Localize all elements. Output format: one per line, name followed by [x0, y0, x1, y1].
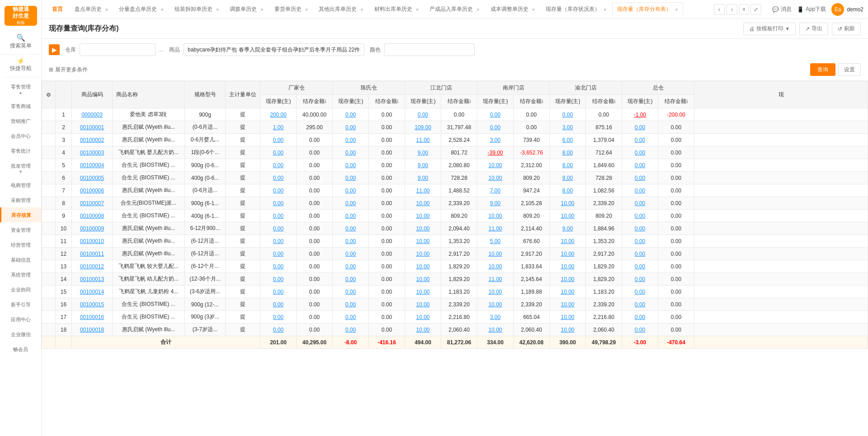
print-button[interactable]: 🖨 按模板打印 ▼: [743, 23, 796, 35]
sidebar-item-apps[interactable]: 应用中心: [0, 312, 41, 327]
name-column-header: 商品名称: [113, 81, 185, 108]
close-icon[interactable]: ×: [360, 7, 363, 12]
tab-stock-status[interactable]: 现存量（库存状况表） ×: [541, 2, 611, 17]
tab-inventory-count[interactable]: 盘点单历史 ×: [70, 2, 113, 17]
sidebar-item-search[interactable]: 🔍 搜索英单: [0, 31, 41, 55]
jiangbei-balance-subheader: 结存金额ℹ: [441, 95, 477, 108]
sidebar-item-member2[interactable]: 畅会员: [0, 342, 41, 356]
color-input[interactable]: [384, 43, 475, 56]
table-row: 200100001惠氏启赋 (Wyeth illu...(0-6月适...提1.…: [42, 121, 868, 134]
close-icon[interactable]: ×: [532, 7, 535, 12]
sidebar-item-marketing[interactable]: 营销推广: [0, 113, 41, 128]
topnav-home[interactable]: 首页: [46, 2, 69, 17]
sidebar-item-purchase[interactable]: 采购管理: [0, 192, 41, 207]
data-table-container: ⚙ 商品编码 商品名称 规格型号 主计量单位 厂家仓 陈氏仓 江北门店 南岸门店…: [42, 81, 868, 436]
yubeimen-store-header: 渝北门店: [550, 81, 622, 95]
sidebar-item-retail-stats[interactable]: 零售统计: [0, 143, 41, 158]
tab-transfer[interactable]: 调拨单历史 ×: [225, 2, 268, 17]
export-icon: ↗: [805, 26, 810, 32]
table-row: 1300100012飞鹤星飞帆 较大婴儿配...(6-12个月...提0.000…: [42, 260, 868, 273]
sidebar-item-retail-shop[interactable]: 零售商城: [0, 98, 41, 113]
sidebar-item-guide[interactable]: 新手引导: [0, 297, 41, 312]
message-nav-item[interactable]: 💬 消息: [772, 5, 792, 13]
tab-product-inbound[interactable]: 产成品入库单历史 ×: [425, 2, 484, 17]
refresh-icon: ↺: [838, 26, 842, 32]
sidebar-item-shortcut-label: 快捷导航: [4, 65, 38, 72]
sidebar-item-wholesale[interactable]: 批发管理 ▼: [0, 158, 41, 178]
filter-toggle-btn[interactable]: ▶: [49, 44, 60, 55]
chevron-down-icon: ▲: [2, 90, 39, 95]
user-avatar[interactable]: Ea demo2: [831, 3, 863, 16]
logo-image: 畅捷通好生意标版: [5, 6, 37, 26]
tab-fullscreen-btn[interactable]: ⤢: [750, 4, 761, 15]
close-icon[interactable]: ×: [160, 7, 163, 12]
close-icon[interactable]: ×: [476, 7, 479, 12]
refresh-button[interactable]: ↺ 刷新: [832, 23, 861, 35]
nanbin-store-header: 南岸门店: [477, 81, 550, 95]
table-row: 500100004合生元 (BIOSTIME) ...900g (0-6...提…: [42, 159, 868, 172]
filter-area: ▶ 仓库 ... 商品 颜色 ⊞ 展开更多条件 查询 设置: [42, 39, 868, 81]
chevron-down-icon: ⊞: [49, 66, 53, 73]
table-row: 1800100018惠氏启赋 (Wyeth illu...(3-7岁适...提0…: [42, 323, 868, 336]
close-icon[interactable]: ×: [216, 7, 219, 12]
tab-scroll-left-btn[interactable]: ‹: [714, 4, 725, 15]
warehouse-filter: 仓库 ...: [65, 43, 164, 56]
warehouse-label: 仓库: [65, 46, 76, 54]
main-content: 首页 盘点单历史 × 分量盘点单历史 × 组装拆卸单历史 × 调拨单历史 × 要…: [42, 0, 868, 436]
sidebar-item-member[interactable]: 会员中心: [0, 128, 41, 143]
color-filter: 颜色: [370, 43, 475, 56]
sidebar-item-enterprise[interactable]: 企业协同: [0, 282, 41, 297]
table-row: 300100002惠氏启赋 (Wyeth illu...0-6月婴儿...提0.…: [42, 134, 868, 146]
product-filter: 商品: [169, 43, 364, 56]
tab-sub-inventory-count[interactable]: 分量盘点单历史 ×: [114, 2, 168, 17]
topnav: 首页 盘点单历史 × 分量盘点单历史 × 组装拆卸单历史 × 调拨单历史 × 要…: [42, 0, 868, 19]
app-download-nav-item[interactable]: 📱 App下载: [797, 5, 826, 13]
chevron-down-icon-wholesale: ▼: [2, 169, 39, 174]
tab-assembly[interactable]: 组装拆卸单历史 ×: [170, 2, 224, 17]
sidebar-item-finance[interactable]: 资金管理: [0, 222, 41, 237]
setting-button[interactable]: 设置: [838, 63, 861, 76]
expand-filters-btn[interactable]: ⊞ 展开更多条件: [49, 66, 88, 74]
tab-cost-adjust[interactable]: 成本调整单历史 ×: [486, 2, 540, 17]
product-input[interactable]: [184, 43, 364, 56]
query-button[interactable]: 查询: [810, 63, 835, 76]
warehouse-picker-icon[interactable]: ...: [159, 47, 164, 53]
table-row: 1100100010惠氏启赋 (Wyeth illu...(6-12月适...提…: [42, 235, 868, 248]
inventory-table: ⚙ 商品编码 商品名称 规格型号 主计量单位 厂家仓 陈氏仓 江北门店 南岸门店…: [42, 81, 868, 349]
sidebar-item-wechat[interactable]: 企业微信: [0, 327, 41, 342]
nanbin-balance-subheader: 结存金额ℹ: [514, 95, 550, 108]
table-row: 1400100013飞鹤星飞帆 幼儿配方奶...(12-36个月...提0.00…: [42, 273, 868, 286]
index-column-header: [56, 81, 72, 108]
tab-requisition[interactable]: 要货单历史 ×: [269, 2, 313, 17]
download-icon: 📱: [797, 6, 804, 13]
factory-warehouse-header: 厂家仓: [260, 81, 333, 95]
tab-other-outbound[interactable]: 其他出库单历史 ×: [314, 2, 368, 17]
table-row: 1000100009惠氏启赋 (Wyeth illu...6-12月900...…: [42, 222, 868, 235]
sidebar-item-operation[interactable]: 经营管理: [0, 237, 41, 252]
close-icon[interactable]: ×: [416, 7, 419, 12]
close-icon[interactable]: ×: [305, 7, 308, 12]
tab-stock-distribution[interactable]: 现存量（库存分布表） ×: [612, 2, 683, 17]
spec-column-header: 规格型号: [185, 81, 226, 108]
close-icon[interactable]: ×: [260, 7, 263, 12]
topnav-wrapper: 首页 盘点单历史 × 分量盘点单历史 × 组装拆卸单历史 × 调拨单历史 × 要…: [42, 0, 868, 19]
sidebar-item-basic[interactable]: 基础信息: [0, 252, 41, 267]
sidebar-item-ecommerce[interactable]: 电商管理: [0, 178, 41, 192]
warehouse-input[interactable]: [80, 43, 156, 56]
close-icon[interactable]: ×: [105, 7, 108, 12]
close-icon[interactable]: ×: [604, 7, 606, 12]
table-row: 1500100014飞鹤星飞帆 儿童奶粉 4...(3-6岁适用...提0.00…: [42, 286, 868, 298]
sidebar-divider: [4, 77, 37, 77]
tab-close-all-btn[interactable]: ×: [739, 4, 749, 15]
sidebar-item-retail-mgmt[interactable]: 零售管理 ▲: [0, 79, 41, 98]
sidebar-item-inventory[interactable]: 库存核算: [0, 207, 41, 222]
total-balance-subheader: 结存金额ℹ: [658, 95, 694, 108]
close-icon[interactable]: ×: [675, 7, 678, 12]
tab-material-outbound[interactable]: 材料出库单历史 ×: [369, 2, 424, 17]
sidebar-item-system[interactable]: 系统管理: [0, 267, 41, 282]
tab-scroll-right-btn[interactable]: ›: [726, 4, 737, 15]
settings-column-header: ⚙: [42, 81, 56, 108]
sidebar-item-shortcut[interactable]: ⚡ 快捷导航: [0, 55, 41, 75]
jiangbei-current-subheader: 现存量(主): [405, 95, 441, 108]
export-button[interactable]: ↗ 导出: [799, 23, 828, 35]
